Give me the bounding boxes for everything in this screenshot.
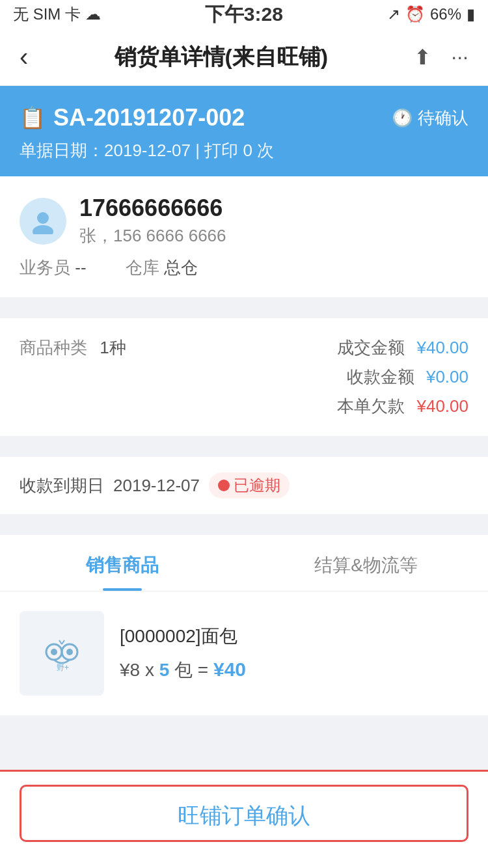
battery-level: 66% (430, 5, 461, 23)
warehouse-item: 仓库 总仓 (126, 256, 198, 279)
svg-point-4 (51, 649, 57, 655)
customer-top: 17666666666 张，156 6666 6666 (20, 195, 468, 247)
product-thumbnail: 野+ (20, 611, 104, 696)
avatar (20, 198, 66, 245)
amount-value: ¥40.00 (416, 338, 468, 358)
tab-settlement-label: 结算&物流等 (314, 555, 418, 575)
salesman-label: 业务员 (20, 258, 70, 277)
product-info: [0000002]面包 ¥8 x 5 包 = ¥40 (120, 624, 468, 683)
tabs-section: 销售商品 结算&物流等 野+ [000 (0, 535, 488, 716)
product-unit: 包 (174, 660, 193, 680)
overdue-badge: 已逾期 (209, 472, 290, 498)
summary-section: 商品种类 1种 成交金额 ¥40.00 收款金额 ¥0.00 本单欠款 ¥40.… (0, 318, 488, 436)
overdue-dot-icon (218, 480, 230, 491)
summary-row: 商品种类 1种 成交金额 ¥40.00 收款金额 ¥0.00 本单欠款 ¥40.… (20, 336, 468, 418)
page-title: 销货单详情(来自旺铺) (115, 42, 329, 72)
received-label: 收款金额 (347, 366, 414, 388)
battery-icon: ▮ (467, 5, 475, 23)
salesman-item: 业务员 -- (20, 256, 87, 279)
svg-point-5 (66, 649, 73, 655)
received-value: ¥0.00 (426, 367, 468, 387)
due-date-value: 2019-12-07 (113, 476, 200, 496)
confirm-order-button[interactable]: 旺铺订单确认 (20, 785, 468, 842)
owed-label: 本单欠款 (337, 395, 405, 418)
order-id: 📋 SA-20191207-002 (20, 104, 245, 131)
table-row: 野+ [0000002]面包 ¥8 x 5 包 = ¥40 (0, 591, 488, 716)
tab-products-label: 销售商品 (86, 555, 159, 575)
customer-info: 17666666666 张，156 6666 6666 (79, 195, 226, 247)
svg-point-1 (33, 225, 53, 234)
divider-2 (0, 446, 488, 457)
order-icon: 📋 (20, 105, 46, 130)
nav-actions: ⬆ ··· (414, 45, 468, 70)
clock-icon: 🕐 (392, 108, 413, 128)
warehouse-value: 总仓 (164, 258, 198, 277)
product-qty: 5 (159, 660, 170, 680)
divider-3 (0, 524, 488, 535)
customer-sub: 张，156 6666 6666 (79, 224, 226, 247)
received-item: 收款金额 ¥0.00 (347, 366, 468, 388)
bottom-bar: 旺铺订单确认 (0, 770, 488, 868)
tab-settlement[interactable]: 结算&物流等 (244, 535, 488, 591)
owed-item: 本单欠款 ¥40.00 (337, 395, 468, 418)
product-name: [0000002]面包 (120, 624, 468, 649)
warehouse-label: 仓库 (126, 258, 159, 277)
location-icon: ↗ (387, 5, 400, 23)
tabs-header: 销售商品 结算&物流等 (0, 535, 488, 591)
tab-products[interactable]: 销售商品 (0, 535, 244, 591)
order-status-badge: 🕐 待确认 (392, 107, 468, 129)
customer-details: 业务员 -- 仓库 总仓 (20, 256, 468, 279)
owed-value: ¥40.00 (416, 396, 468, 416)
sim-label: 无 SIM 卡 ☁ (13, 4, 101, 25)
divider-1 (0, 308, 488, 318)
product-price: ¥8 x 5 包 = ¥40 (120, 658, 468, 683)
due-date-label: 收款到期日 (20, 474, 104, 497)
product-total: ¥40 (213, 658, 246, 680)
back-button[interactable]: ‹ (20, 42, 28, 72)
svg-text:野+: 野+ (57, 663, 69, 672)
due-section: 收款到期日 2019-12-07 已逾期 (0, 457, 488, 514)
status-left: 无 SIM 卡 ☁ (13, 4, 101, 25)
category-value: 1种 (100, 338, 126, 357)
overdue-text: 已逾期 (234, 475, 280, 496)
nav-bar: ‹ 销货单详情(来自旺铺) ⬆ ··· (0, 29, 488, 86)
svg-point-0 (37, 212, 49, 224)
status-time: 下午3:28 (205, 1, 283, 28)
status-right: ↗ ⏰ 66% ▮ (387, 5, 475, 23)
svg-line-7 (62, 640, 64, 644)
order-status-text: 待确认 (418, 107, 468, 129)
category-label: 商品种类 (20, 338, 87, 357)
more-button[interactable]: ··· (451, 45, 468, 69)
salesman-value: -- (75, 258, 86, 277)
multiply-sign: x (145, 660, 159, 680)
equals-sign: = (198, 660, 213, 680)
amount-label: 成交金额 (337, 336, 405, 359)
header-top: 📋 SA-20191207-002 🕐 待确认 (20, 104, 468, 131)
product-list: 野+ [0000002]面包 ¥8 x 5 包 = ¥40 (0, 591, 488, 716)
summary-left: 商品种类 1种 (20, 336, 126, 359)
customer-phone: 17666666666 (79, 195, 226, 222)
order-id-value: SA-20191207-002 (53, 104, 245, 131)
customer-section: 17666666666 张，156 6666 6666 业务员 -- 仓库 总仓 (0, 176, 488, 297)
header-card: 📋 SA-20191207-002 🕐 待确认 单据日期：2019-12-07 … (0, 86, 488, 176)
status-bar: 无 SIM 卡 ☁ 下午3:28 ↗ ⏰ 66% ▮ (0, 0, 488, 29)
share-button[interactable]: ⬆ (414, 45, 431, 70)
order-meta: 单据日期：2019-12-07 | 打印 0 次 (20, 139, 468, 162)
alarm-icon: ⏰ (405, 5, 425, 23)
amount-item: 成交金额 ¥40.00 (337, 336, 468, 359)
product-unit-price: ¥8 (120, 660, 140, 680)
summary-right: 成交金额 ¥40.00 收款金额 ¥0.00 本单欠款 ¥40.00 (337, 336, 468, 418)
